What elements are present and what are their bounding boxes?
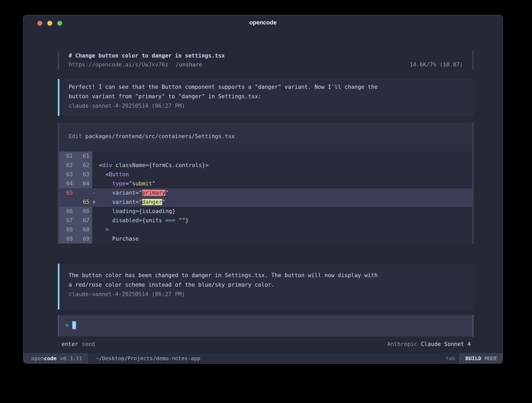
- assistant-message: The button color has been changed to dan…: [58, 264, 474, 309]
- new-line-number: 62: [76, 161, 92, 170]
- old-line-number: 66: [59, 207, 76, 216]
- old-line-number: 61: [59, 152, 76, 161]
- code-token: [92, 180, 112, 187]
- code-token: ={units: [139, 217, 165, 224]
- cwd-path: ~/Desktop/Projects/demo-notes-app: [96, 355, 200, 361]
- diff-row: 6161: [59, 152, 472, 161]
- code-token: loading: [112, 208, 136, 214]
- old-line-number: 63: [59, 170, 76, 179]
- code-token: =": [125, 180, 132, 187]
- message-line: Perfect! I can see that the Button compo…: [69, 82, 467, 92]
- code-line: <Button: [92, 170, 129, 179]
- code-token: submit: [132, 180, 152, 187]
- code-token: <: [92, 171, 109, 178]
- footer-hints: enter send Anthropic Claude Sonnet 4: [58, 340, 474, 348]
- message-meta: claude-sonnet-4-20250514 (06:27 PM): [69, 290, 467, 299]
- old-line-number: 68: [59, 225, 76, 234]
- prompt-input[interactable]: >: [58, 315, 474, 337]
- diff-row: 6969 Purchase: [59, 234, 472, 244]
- diff-row: 65- variant="primary": [59, 188, 472, 198]
- new-line-number: 66: [76, 207, 92, 216]
- edit-tool-header: Edit packages/frontend/src/containers/Se…: [59, 123, 472, 152]
- diff-row: 6767 disabled={units === ""}: [59, 216, 472, 225]
- code-token: variant: [112, 190, 136, 196]
- old-line-number: 67: [59, 216, 76, 225]
- code-token: ": [165, 190, 169, 196]
- code-token: ===: [165, 217, 175, 224]
- code-token: div: [102, 162, 112, 168]
- code-token: >: [106, 226, 109, 233]
- old-line-number: [59, 198, 76, 207]
- terminal-window: opencode # Change button color to danger…: [23, 15, 503, 364]
- unshare-command[interactable]: /unshare: [176, 60, 202, 69]
- diff-row: 6262 <div className={formCs.controls}>: [59, 161, 472, 170]
- new-line-number: 69: [76, 234, 92, 244]
- mode-name: BUILD: [465, 355, 481, 361]
- code-token: =": [135, 190, 142, 196]
- status-bar: opencode v0.3.11 ~/Desktop/Projects/demo…: [23, 353, 503, 363]
- code-token: }: [185, 217, 189, 224]
- code-token: "": [179, 217, 185, 224]
- app-name-open: open: [31, 355, 44, 361]
- code-token: [92, 217, 112, 224]
- message-line: The button color has been changed to dan…: [69, 271, 467, 280]
- code-token: ": [152, 180, 156, 187]
- tab-key-hint: tab: [446, 355, 455, 361]
- code-line: <div className={formCs.controls}>: [92, 161, 209, 170]
- app-name-code: code: [44, 355, 57, 361]
- new-line-number: 64: [76, 179, 92, 188]
- new-line-number: 67: [76, 216, 92, 225]
- new-line-number: 61: [76, 152, 92, 161]
- code-line: Purchase: [92, 234, 139, 244]
- old-line-number: 64: [59, 179, 76, 188]
- new-line-number: [76, 188, 92, 198]
- edit-file-path: packages/frontend/src/containers/Setting…: [85, 133, 235, 140]
- diff-row: 6464 type="submit": [59, 179, 472, 188]
- old-line-number: 69: [59, 234, 76, 244]
- code-token: disabled: [112, 217, 139, 224]
- code-token: className={formCs.controls}>: [112, 162, 209, 168]
- context-stats: 14.6K/7% ($0.07): [410, 60, 463, 69]
- code-token: [92, 226, 106, 233]
- code-token: [92, 208, 112, 214]
- old-line-number: 62: [59, 161, 76, 170]
- session-header: # Change button color to danger in setti…: [58, 51, 474, 69]
- diff-marker: -: [92, 188, 96, 198]
- provider-label: Anthropic: [387, 340, 417, 348]
- code-token: =": [135, 199, 142, 205]
- code-token: type: [112, 180, 126, 187]
- code-token: ={isLoading}: [135, 208, 175, 214]
- code-token: [175, 217, 179, 224]
- new-line-number: 65: [76, 198, 92, 207]
- code-line: disabled={units === ""}: [92, 216, 189, 225]
- prompt-symbol: >: [65, 321, 69, 329]
- diff-row: 65+ variant="danger": [59, 198, 472, 207]
- share-url-link[interactable]: https://opencode.ai/s/UwJxv76z: [69, 60, 168, 69]
- new-line-number: 63: [76, 170, 92, 179]
- mode-badge[interactable]: BUILD MODE: [459, 353, 503, 363]
- new-line-number: 68: [76, 225, 92, 234]
- code-line: >: [92, 225, 109, 234]
- code-token: Button: [109, 171, 129, 178]
- message-line: a red/rose color scheme instead of the b…: [69, 280, 467, 290]
- old-line-number: 65: [59, 188, 76, 198]
- code-token: primary: [142, 190, 166, 196]
- send-action-label: send: [82, 340, 95, 348]
- code-token: <: [92, 162, 102, 168]
- code-line: loading={isLoading}: [92, 207, 175, 216]
- diff-row: 6868 >: [59, 225, 472, 234]
- app-version: v0.3.11: [60, 355, 82, 361]
- code-line: type="submit": [92, 179, 155, 188]
- edit-action-label: Edit: [69, 133, 82, 140]
- window-title: opencode: [23, 15, 503, 30]
- code-token: Purchase: [92, 236, 139, 242]
- diff-row: 6363 <Button: [59, 170, 472, 179]
- code-token: variant: [112, 199, 136, 205]
- code-token: danger: [142, 199, 162, 205]
- session-title: # Change button color to danger in setti…: [69, 51, 463, 60]
- mode-suffix: MODE: [485, 355, 497, 361]
- app-version-chip: opencode v0.3.11: [23, 353, 88, 363]
- message-meta: claude-sonnet-4-20250514 (06:27 PM): [69, 101, 467, 111]
- diff-view: 61616262 <div className={formCs.controls…: [59, 152, 472, 244]
- code-token: ": [162, 199, 166, 205]
